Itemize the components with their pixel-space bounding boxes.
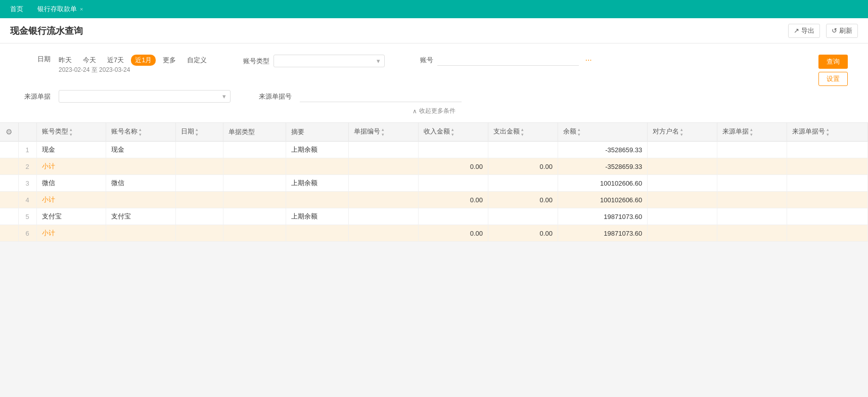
- sort-icon-account_name[interactable]: ▴▾: [139, 127, 142, 137]
- table-header: ⚙账号类型▴▾账号名称▴▾日期▴▾单据类型摘要单据编号▴▾收入金额▴▾支出金额▴…: [0, 123, 868, 142]
- sort-icon-account_type[interactable]: ▴▾: [70, 127, 72, 137]
- account-type-select[interactable]: ▾: [273, 55, 385, 67]
- cell-expense-2: [488, 175, 558, 192]
- refresh-button[interactable]: ↺ 刷新: [826, 24, 858, 38]
- account-input[interactable]: [437, 55, 579, 66]
- date-opt-昨天[interactable]: 昨天: [55, 55, 76, 66]
- cell-counterparty-3: [648, 192, 717, 208]
- column-header-counterparty[interactable]: 对方户名▴▾: [648, 123, 717, 142]
- query-button[interactable]: 查询: [818, 55, 848, 69]
- cell-summary-1: [286, 158, 349, 175]
- column-header-balance[interactable]: 余额▴▾: [558, 123, 647, 142]
- cell-counterparty-2: [648, 175, 717, 192]
- top-nav: 首页 收款单×付款单×其他收入单×应收应付调整单×银行存取款单×预收冲应收单×收…: [0, 0, 868, 18]
- table-row: 2小计0.000.00-3528659.33: [0, 158, 868, 175]
- cell-source_doc_no-1: [787, 158, 867, 175]
- row-number-0: 1: [18, 142, 36, 158]
- date-label: 日期: [20, 55, 51, 64]
- sort-icon-income[interactable]: ▴▾: [451, 127, 454, 137]
- row-number-2: 3: [18, 175, 36, 192]
- cell-income-0: [419, 142, 488, 158]
- row-settings-3: [0, 192, 18, 208]
- date-opt-更多[interactable]: 更多: [159, 55, 180, 66]
- page-title: 现金银行流水查询: [10, 25, 83, 37]
- row-settings-0: [0, 142, 18, 158]
- cell-doc_no-1: [349, 158, 419, 175]
- cell-doc_type-3: [223, 192, 286, 208]
- cell-counterparty-0: [648, 142, 717, 158]
- filter-row-1: 日期 昨天今天近7天近1月更多自定义 2023-02-24 至 2023-03-…: [10, 50, 858, 86]
- export-button[interactable]: ↗ 导出: [788, 24, 820, 38]
- date-opt-自定义[interactable]: 自定义: [183, 55, 211, 66]
- cell-date-1: [176, 158, 223, 175]
- source-doc-label: 来源单据: [20, 92, 51, 101]
- source-doc-select[interactable]: ▾: [59, 90, 231, 103]
- sort-icon-source_doc_no[interactable]: ▴▾: [827, 127, 829, 137]
- refresh-icon: ↺: [832, 27, 837, 34]
- cell-account_type-1: 小计: [36, 158, 106, 175]
- cell-doc_no-3: [349, 192, 419, 208]
- cell-balance-0: -3528659.33: [558, 142, 647, 158]
- table-area: ⚙账号类型▴▾账号名称▴▾日期▴▾单据类型摘要单据编号▴▾收入金额▴▾支出金额▴…: [0, 123, 868, 242]
- collapse-bar[interactable]: ∧ 收起更多条件: [10, 105, 858, 116]
- nav-tab-银行存取款单[interactable]: 银行存取款单×: [31, 0, 102, 18]
- source-doc-chevron-icon: ▾: [222, 93, 226, 100]
- cell-source_doc_no-5: [787, 225, 867, 242]
- column-header-account_type[interactable]: 账号类型▴▾: [36, 123, 106, 142]
- row-settings-1: [0, 158, 18, 175]
- column-header-source_doc[interactable]: 来源单据▴▾: [717, 123, 787, 142]
- header-actions: ↗ 导出 ↺ 刷新: [788, 24, 858, 38]
- cell-source_doc-2: [717, 175, 787, 192]
- cell-expense-5: 0.00: [488, 225, 558, 242]
- sort-icon-expense[interactable]: ▴▾: [521, 127, 524, 137]
- cell-source_doc-4: [717, 208, 787, 225]
- cell-expense-1: 0.00: [488, 158, 558, 175]
- column-header-doc_type: 单据类型: [223, 123, 286, 142]
- page-header: 现金银行流水查询 ↗ 导出 ↺ 刷新: [0, 18, 868, 43]
- column-header-income[interactable]: 收入金额▴▾: [419, 123, 488, 142]
- cell-account_type-5: 小计: [36, 225, 106, 242]
- date-range: 2023-02-24 至 2023-03-24: [59, 66, 211, 74]
- row-settings-4: [0, 208, 18, 225]
- date-opt-近1月[interactable]: 近1月: [131, 55, 156, 66]
- cell-source_doc_no-0: [787, 142, 867, 158]
- date-filter-group: 日期 昨天今天近7天近1月更多自定义 2023-02-24 至 2023-03-…: [20, 55, 211, 74]
- sort-icon-balance[interactable]: ▴▾: [578, 127, 580, 137]
- account-ellipsis-button[interactable]: ···: [583, 56, 593, 65]
- cell-balance-3: 100102606.60: [558, 192, 647, 208]
- column-header-source_doc_no[interactable]: 来源单据号▴▾: [787, 123, 867, 142]
- settings-button[interactable]: 设置: [818, 72, 848, 86]
- column-header-date[interactable]: 日期▴▾: [176, 123, 223, 142]
- table-row: 1现金现金上期余额-3528659.33: [0, 142, 868, 158]
- account-type-label: 账号类型: [239, 57, 269, 66]
- sort-icon-doc_no[interactable]: ▴▾: [382, 127, 384, 137]
- cell-counterparty-4: [648, 208, 717, 225]
- date-options-group: 昨天今天近7天近1月更多自定义 2023-02-24 至 2023-03-24: [55, 55, 211, 74]
- cell-account_name-1: [106, 158, 176, 175]
- cell-source_doc_no-2: [787, 175, 867, 192]
- cell-summary-0: 上期余额: [286, 142, 349, 158]
- column-header-expense[interactable]: 支出金额▴▾: [488, 123, 558, 142]
- cell-source_doc_no-3: [787, 192, 867, 208]
- source-doc-no-input[interactable]: [300, 91, 462, 102]
- cell-balance-5: 19871073.60: [558, 225, 647, 242]
- close-icon[interactable]: ×: [80, 6, 83, 12]
- sort-icon-date[interactable]: ▴▾: [196, 127, 198, 137]
- cell-source_doc_no-4: [787, 208, 867, 225]
- nav-home[interactable]: 首页: [2, 0, 31, 18]
- gear-icon[interactable]: ⚙: [6, 127, 12, 136]
- column-header-doc_no[interactable]: 单据编号▴▾: [349, 123, 419, 142]
- date-options: 昨天今天近7天近1月更多自定义: [55, 55, 211, 66]
- table-row: 5支付宝支付宝上期余额19871073.60: [0, 208, 868, 225]
- sort-icon-counterparty[interactable]: ▴▾: [680, 127, 683, 137]
- cell-balance-4: 19871073.60: [558, 208, 647, 225]
- cell-doc_no-5: [349, 225, 419, 242]
- date-opt-近7天[interactable]: 近7天: [103, 55, 128, 66]
- sort-icon-source_doc[interactable]: ▴▾: [750, 127, 753, 137]
- column-header-account_name[interactable]: 账号名称▴▾: [106, 123, 176, 142]
- cell-date-0: [176, 142, 223, 158]
- date-opt-今天[interactable]: 今天: [79, 55, 100, 66]
- row-number-3: 4: [18, 192, 36, 208]
- cell-source_doc-3: [717, 192, 787, 208]
- rownum-column-header: [18, 123, 36, 142]
